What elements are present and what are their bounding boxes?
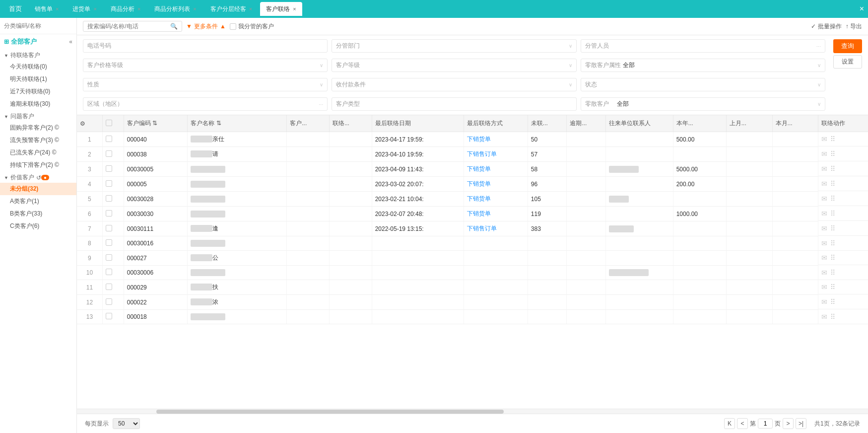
contact-icon[interactable]: ✉ — [821, 165, 827, 173]
filter-nature[interactable]: 性质 ∨ — [83, 78, 328, 91]
th-this-year[interactable]: 本年... — [673, 115, 726, 132]
th-last-way[interactable]: 最后联络方式 — [464, 115, 528, 132]
close-all-tabs[interactable]: × — [860, 4, 864, 13]
close-tab-goods-list[interactable]: × — [193, 6, 196, 12]
filter-dept[interactable]: 分管部门 ∨ — [332, 39, 576, 53]
next-page-btn[interactable]: > — [783, 418, 794, 429]
sidebar-collapse-btn[interactable]: « — [69, 38, 72, 45]
sidebar-item-a-class[interactable]: A类客户(1) — [0, 195, 76, 208]
filter-payment[interactable]: 收付款条件 ∨ — [332, 78, 576, 91]
tab-goods-list[interactable]: 商品分析列表 × — [148, 2, 202, 16]
main-search-icon[interactable]: 🔍 — [170, 23, 178, 30]
horizontal-scrollbar[interactable] — [77, 409, 868, 414]
my-customers-toggle[interactable]: 我分管的客户 — [230, 22, 274, 31]
sidebar-item-abnormal[interactable]: 固购异常客户(2) © — [0, 122, 76, 134]
more-action-icon[interactable]: ⠿ — [830, 313, 835, 321]
filter-region[interactable]: 区域（地区） ··· — [83, 97, 328, 111]
tab-purchase[interactable]: 进货单 × — [67, 2, 102, 16]
more-action-icon[interactable]: ⠿ — [830, 298, 835, 306]
prev-page-btn[interactable]: < — [737, 418, 748, 429]
row-checkbox[interactable] — [106, 298, 112, 305]
home-tab[interactable]: 首页 — [4, 4, 27, 13]
tab-customer-segment[interactable]: 客户分层经客 × — [204, 2, 258, 16]
contact-icon[interactable]: ✉ — [821, 195, 827, 203]
row-checkbox[interactable] — [106, 180, 112, 187]
group-problem-customers[interactable]: ▼ 问题客户 — [0, 110, 76, 122]
tab-customer-contact[interactable]: 客户联络 × — [260, 2, 302, 16]
query-button[interactable]: 查询 — [833, 39, 862, 53]
contact-icon[interactable]: ✉ — [821, 298, 827, 306]
last-contact-way[interactable]: 下销货单 — [467, 136, 491, 143]
more-action-icon[interactable]: ⠿ — [830, 283, 835, 291]
sidebar-item-b-class[interactable]: B类客户(33) — [0, 208, 76, 220]
row-checkbox[interactable] — [106, 254, 112, 261]
last-contact-way[interactable]: 下销货单 — [467, 195, 491, 202]
page-number-input[interactable] — [758, 419, 773, 429]
sidebar-item-declining[interactable]: 持续下滑客户(2) © — [0, 159, 76, 171]
filter-customer-type[interactable]: 客户类型 — [332, 97, 576, 111]
sidebar-item-c-class[interactable]: C类客户(6) — [0, 220, 76, 232]
last-contact-way[interactable]: 下销售订单 — [467, 225, 497, 232]
reset-button[interactable]: 设置 — [833, 55, 862, 69]
th-unit-contact[interactable]: 往来单位联系人 — [605, 115, 673, 132]
row-checkbox[interactable] — [106, 195, 112, 202]
row-checkbox[interactable] — [106, 313, 112, 319]
row-checkbox[interactable] — [106, 239, 112, 246]
tab-goods-analysis[interactable]: 商品分析 × — [105, 2, 146, 16]
more-action-icon[interactable]: ⠿ — [830, 239, 835, 247]
th-no-contact[interactable]: 未联... — [528, 115, 567, 132]
sidebar-item-today[interactable]: 今天待联络(0) — [0, 61, 76, 73]
th-code[interactable]: 客户编码 ⇅ — [124, 115, 188, 132]
contact-icon[interactable]: ✉ — [821, 254, 827, 262]
filter-retail-attr[interactable]: 零散客户属性 全部 ∨ — [581, 59, 825, 72]
more-action-icon[interactable]: ⠿ — [830, 195, 835, 203]
last-page-btn[interactable]: >| — [796, 418, 806, 429]
last-contact-way[interactable]: 下销货单 — [467, 210, 491, 217]
close-tab-goods-analysis[interactable]: × — [137, 6, 140, 12]
sidebar-item-ungroup[interactable]: 未分组(32) — [0, 183, 76, 195]
sidebar-item-7days[interactable]: 近7天待联络(0) — [0, 85, 76, 98]
more-filters-btn[interactable]: ▼ 更多条件 ▲ — [186, 22, 226, 31]
row-checkbox[interactable] — [106, 269, 112, 275]
batch-op-btn[interactable]: ✓ 批量操作 — [811, 22, 841, 31]
th-settings[interactable]: ⚙ — [77, 115, 102, 132]
last-contact-way[interactable]: 下销货单 — [467, 180, 491, 187]
more-action-icon[interactable]: ⠿ — [830, 269, 835, 277]
more-action-icon[interactable]: ⠿ — [830, 150, 835, 158]
more-action-icon[interactable]: ⠿ — [830, 165, 835, 173]
filter-price-grade[interactable]: 客户价格等级 ∨ — [83, 59, 328, 72]
filter-retail-customer[interactable]: 零散客户 全部 ∨ — [581, 97, 825, 111]
contact-icon[interactable]: ✉ — [821, 150, 827, 158]
my-customers-checkbox[interactable] — [230, 23, 236, 30]
tab-sales[interactable]: 销售单 × — [29, 2, 65, 16]
filter-customer-grade[interactable]: 客户等级 ∨ — [332, 59, 576, 72]
group-value-customers[interactable]: ▼ 价值客户 ↺ ● — [0, 171, 76, 183]
more-action-icon[interactable]: ⠿ — [830, 210, 835, 217]
close-tab-purchase[interactable]: × — [93, 6, 96, 12]
more-action-icon[interactable]: ⠿ — [830, 224, 835, 232]
contact-icon[interactable]: ✉ — [821, 283, 827, 291]
sidebar-item-churned[interactable]: 已流失客户(24) © — [0, 146, 76, 159]
contact-icon[interactable]: ✉ — [821, 210, 827, 217]
th-last-month[interactable]: 上月... — [726, 115, 772, 132]
contact-icon[interactable]: ✉ — [821, 269, 827, 277]
group-pending-contact[interactable]: ▼ 待联络客户 — [0, 49, 76, 61]
th-contact[interactable]: 联络... — [329, 115, 372, 132]
row-checkbox[interactable] — [106, 225, 112, 231]
filter-status[interactable]: 状态 ∨ — [581, 78, 825, 91]
contact-icon[interactable]: ✉ — [821, 224, 827, 232]
page-size-select[interactable]: 50 20 100 — [113, 418, 140, 429]
select-all-checkbox[interactable] — [106, 120, 112, 126]
first-page-btn[interactable]: K — [724, 418, 735, 429]
th-overdue[interactable]: 逾期... — [567, 115, 606, 132]
th-type[interactable]: 客户... — [287, 115, 330, 132]
row-checkbox[interactable] — [106, 284, 112, 290]
row-checkbox[interactable] — [106, 165, 112, 172]
close-tab-customer-contact[interactable]: × — [293, 6, 296, 12]
contact-icon[interactable]: ✉ — [821, 313, 827, 321]
th-check[interactable] — [102, 115, 124, 132]
filter-phone[interactable]: 电话号码 — [83, 39, 328, 53]
more-action-icon[interactable]: ⠿ — [830, 180, 835, 188]
sidebar-item-overdue[interactable]: 逾期未联络(30) — [0, 98, 76, 110]
sidebar-item-churn-warn[interactable]: 流失预警客户(3) © — [0, 134, 76, 146]
